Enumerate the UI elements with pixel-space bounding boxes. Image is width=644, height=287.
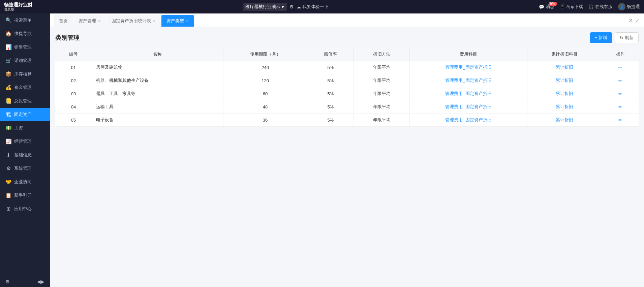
cell-action[interactable]: ✏ [602,74,639,87]
app-download-button[interactable]: 📱 App下载 [560,4,583,10]
sidebar-item-sales[interactable]: 📊 销售管理 [0,40,50,54]
finance-icon: 💰 [5,85,11,91]
sidebar-item-search[interactable]: 🔍 搜索菜单 [0,13,50,27]
category-table: 编号 名称 使用期限（月） 残值率 折旧方法 费用科目 累计折旧科目 操作 01… [55,48,639,127]
sidebar-item-app-center[interactable]: ⊞ 应用中心 [0,202,50,216]
gear-icon[interactable]: ⚙ [289,4,294,9]
cell-method: 年限平均 [354,100,410,114]
demo-selector-label: 医疗器械行业演示 [245,4,280,10]
sidebar-item-inventory[interactable]: 📦 库存核算 [0,67,50,81]
sidebar-item-label: 快捷导航 [14,31,32,37]
tab-bar: 首页 资产管理 ✕ 固定资产折旧统计表 ✕ 资产类型 ✕ ✕ ⤢ [50,13,644,27]
newbie-icon: 📋 [5,192,11,198]
cell-fee-subject: 管理费用_固定资产折旧 [409,114,527,127]
page-content: 类别管理 + 新增 ↻ 刷新 编号 名 [50,27,644,287]
sidebar-item-label: 新手引导 [14,192,32,198]
table-row: 02 机器、机械和其他生产设备 120 5% 年限平均 管理费用_固定资产折旧 … [55,74,639,87]
edit-icon[interactable]: ✏ [618,91,622,96]
app-version: 普及版 [4,7,32,11]
edit-icon[interactable]: ✏ [618,104,622,109]
settings-icon[interactable]: ⚙ [5,279,10,284]
cell-name: 房屋及建筑物 [92,61,223,74]
sidebar-item-label: 经营管理 [14,138,32,145]
enterprise-icon: 🤝 [5,179,11,185]
fixed-assets-icon: 🏗 [5,112,11,118]
cell-fee-subject: 管理费用_固定资产折旧 [409,87,527,100]
cell-accum-subject: 累计折旧 [527,100,602,114]
tab-home[interactable]: 首页 [54,15,73,27]
sidebar-item-label: 库存核算 [14,71,32,77]
sidebar-item-label: 搜索菜单 [14,17,32,23]
tab-asset-type-close[interactable]: ✕ [186,19,189,23]
trial-label: 我要体验一下 [302,4,329,10]
cell-period: 240 [223,61,307,74]
cell-action[interactable]: ✏ [602,114,639,127]
sidebar-item-management[interactable]: 📈 经营管理 [0,135,50,148]
cell-code: 02 [55,74,92,87]
expand-icon[interactable]: ⤢ [636,17,640,23]
service-icon: 🎧 [588,4,594,9]
download-icon: 📱 [560,4,565,9]
sidebar-item-payroll[interactable]: 💵 工资 [0,121,50,135]
sidebar-item-ledger[interactable]: 📒 总账管理 [0,94,50,108]
username-label: 畅捷通 [627,4,640,10]
message-icon: 💬 [539,4,544,9]
sidebar-item-basic-info[interactable]: ℹ 基础信息 [0,148,50,162]
sidebar-item-system[interactable]: ⚙ 系统管理 [0,162,50,175]
sidebar-item-finance[interactable]: 💰 资金管理 [0,81,50,94]
col-name: 名称 [92,48,223,61]
sidebar-item-quick-nav[interactable]: 🏠 快捷导航 [0,27,50,40]
cell-accum-subject: 累计折旧 [527,74,602,87]
tab-depreciation-label: 固定资产折旧统计表 [112,18,151,24]
cell-residual: 5% [307,114,354,127]
online-service-label: 在线客服 [595,4,613,10]
edit-icon[interactable]: ✏ [618,118,622,123]
tab-asset-mgmt-close[interactable]: ✕ [98,19,101,23]
tab-asset-mgmt[interactable]: 资产管理 ✕ [73,15,106,27]
sidebar-item-purchase[interactable]: 🛒 采购管理 [0,54,50,67]
edit-icon[interactable]: ✏ [618,78,622,83]
sidebar-bottom: ⚙ ◀▶ [0,276,50,287]
cell-method: 年限平均 [354,61,410,74]
search-icon: 🔍 [5,17,11,23]
demo-selector[interactable]: 医疗器械行业演示 ▾ [243,3,287,11]
online-service-button[interactable]: 🎧 在线客服 [588,4,613,10]
tab-controls: ✕ ⤢ [628,17,640,23]
cell-action[interactable]: ✏ [602,100,639,114]
sidebar-item-label: 企业协同 [14,179,32,185]
sidebar: 🔍 搜索菜单 🏠 快捷导航 📊 销售管理 🛒 采购管理 📦 库存核算 💰 资金管… [0,13,50,287]
col-residual: 残值率 [307,48,354,61]
system-icon: ⚙ [5,165,11,171]
cell-residual: 5% [307,61,354,74]
ledger-icon: 📒 [5,98,11,104]
close-window-icon[interactable]: ✕ [628,17,633,23]
avatar: 👤 [618,3,625,10]
trial-button[interactable]: ☁ 我要体验一下 [297,4,329,10]
collapse-icon[interactable]: ◀▶ [37,279,44,284]
cell-period: 120 [223,74,307,87]
tab-asset-mgmt-label: 资产管理 [79,18,96,24]
col-code: 编号 [55,48,92,61]
top-bar-left: 畅捷通好业财 普及版 [4,2,32,12]
user-menu[interactable]: 👤 畅捷通 [618,3,640,10]
cell-code: 04 [55,100,92,114]
new-button[interactable]: + 新增 [590,32,612,43]
table-head: 编号 名称 使用期限（月） 残值率 折旧方法 费用科目 累计折旧科目 操作 [55,48,639,61]
cell-action[interactable]: ✏ [602,61,639,74]
refresh-button[interactable]: ↻ 刷新 [615,32,639,43]
edit-icon[interactable]: ✏ [618,65,622,70]
sidebar-item-newbie[interactable]: 📋 新手引导 [0,189,50,202]
basic-info-icon: ℹ [5,152,11,158]
sidebar-item-enterprise[interactable]: 🤝 企业协同 [0,175,50,189]
app-center-icon: ⊞ [5,206,11,212]
tab-asset-type[interactable]: 资产类型 ✕ [161,15,194,27]
purchase-icon: 🛒 [5,58,11,64]
cell-action[interactable]: ✏ [602,87,639,100]
message-button[interactable]: 💬 消息 99+ [539,4,554,10]
app-name: 畅捷通好业财 [4,2,32,8]
content-area: 首页 资产管理 ✕ 固定资产折旧统计表 ✕ 资产类型 ✕ ✕ ⤢ 类 [50,13,644,287]
tab-depreciation-close[interactable]: ✕ [153,19,156,23]
tab-depreciation[interactable]: 固定资产折旧统计表 ✕ [106,15,161,27]
sidebar-item-fixed-assets[interactable]: 🏗 固定资产 [0,108,50,121]
refresh-icon: ↻ [620,35,623,40]
